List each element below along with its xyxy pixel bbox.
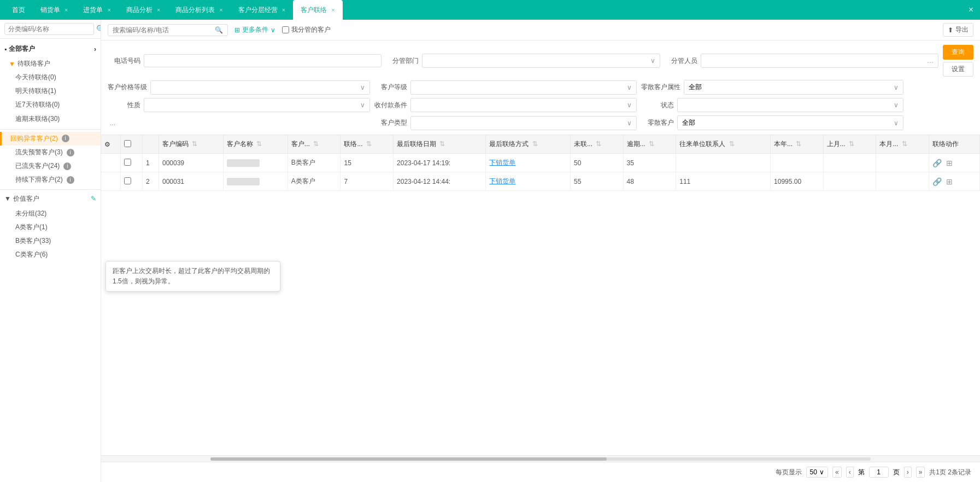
sort-icon-uncontacted[interactable]: ⇅ (596, 140, 601, 148)
nav-item-customer-layer[interactable]: 客户分层经营 × (231, 0, 293, 20)
export-button[interactable]: ⬆ 导出 (943, 23, 973, 37)
sort-icon-type[interactable]: ⇅ (313, 140, 319, 148)
person-select[interactable]: … (701, 54, 938, 68)
sidebar-item-a-class[interactable]: A类客户(1) (0, 220, 101, 234)
customer-type-select[interactable]: ∨ (410, 116, 637, 130)
last-page-btn[interactable]: » (916, 467, 925, 478)
my-customers-checkbox[interactable] (282, 26, 289, 33)
th-contact[interactable]: 联络... ⇅ (341, 135, 394, 154)
sidebar-search-icon[interactable]: 🔍 (96, 25, 101, 33)
cell-checkbox-1[interactable] (121, 154, 143, 172)
next-page-btn[interactable]: › (904, 467, 912, 478)
sidebar-item-b-class[interactable]: B类客户(33) (0, 234, 101, 248)
sort-icon-this-month[interactable]: ⇅ (902, 140, 907, 148)
sidebar-item-churned[interactable]: 已流失客户(24) i (0, 159, 101, 173)
sidebar-item-overdue[interactable]: 逾期未联络(30) (0, 112, 101, 126)
nav-close-product-list[interactable]: × (219, 0, 222, 20)
nav-close-purchase[interactable]: × (107, 0, 110, 20)
sidebar-value-section[interactable]: ▼ 价值客户 ✎ (0, 192, 101, 206)
retail-attr-select[interactable]: 全部 ∨ (684, 80, 903, 95)
nav-item-home[interactable]: 首页 (4, 0, 33, 20)
nav-close-sales[interactable]: × (64, 0, 68, 20)
per-page-select[interactable]: 50 ∨ (806, 467, 828, 478)
th-customer-type[interactable]: 客户... ⇅ (287, 135, 341, 154)
sidebar-item-churn-warning[interactable]: 流失预警客户(3) i (0, 146, 101, 159)
nav-item-product-analysis[interactable]: 商品分析 × (119, 0, 168, 20)
sort-icon-code[interactable]: ⇅ (192, 140, 197, 148)
th-checkbox[interactable] (121, 135, 143, 154)
edit-icon[interactable]: ✎ (91, 195, 96, 202)
sidebar-item-repurchase-anomaly[interactable]: 回购异常客户(2) i (0, 132, 101, 146)
sort-icon-unit-contact[interactable]: ⇅ (729, 140, 735, 148)
cell-method-2[interactable]: 下销货单 (486, 172, 571, 191)
cell-checkbox-2[interactable] (121, 172, 143, 191)
sidebar-item-c-class[interactable]: C类客户(6) (0, 248, 101, 262)
scroll-thumb[interactable] (210, 457, 607, 461)
gender-select[interactable]: ∨ (144, 98, 370, 112)
more-conditions-btn[interactable]: ⊞ 更多条件 ∨ (234, 25, 275, 34)
prev-page-btn[interactable]: ‹ (846, 467, 854, 478)
customer-level-select[interactable]: ∨ (410, 80, 637, 95)
sort-icon-last-month[interactable]: ⇅ (849, 140, 854, 148)
sort-icon-name[interactable]: ⇅ (256, 140, 262, 148)
nav-item-sales[interactable]: 销货单 × (33, 0, 75, 20)
th-last-month[interactable]: 上月... ⇅ (823, 135, 876, 154)
scroll-track[interactable] (210, 457, 871, 461)
price-level-select[interactable]: ∨ (150, 80, 370, 95)
sidebar-item-ungroup[interactable]: 未分组(32) (0, 207, 101, 220)
th-unit-contact[interactable]: 往来单位联系人 ⇅ (676, 135, 771, 154)
th-customer-name[interactable]: 客户名称 ⇅ (223, 135, 287, 154)
page-input[interactable] (869, 467, 889, 478)
dept-select[interactable]: ∨ (422, 54, 660, 68)
retail-customer-select[interactable]: 全部 ∨ (677, 115, 903, 130)
sidebar-all-customers[interactable]: ▪ 全部客户 › (0, 42, 101, 56)
action-grid-icon-1[interactable]: ⊞ (946, 159, 953, 167)
settings-button[interactable]: 设置 (943, 62, 973, 77)
row-checkbox-2[interactable] (124, 177, 131, 184)
sidebar-search-input[interactable] (4, 23, 94, 35)
churn-warning-info-icon[interactable]: i (67, 149, 74, 156)
churned-info-icon[interactable]: i (63, 162, 71, 170)
filter-more-dots[interactable]: ... (108, 119, 118, 127)
th-uncontacted[interactable]: 未联... ⇅ (571, 135, 624, 154)
nav-close-all-button[interactable]: × (969, 5, 973, 15)
my-customers-check[interactable]: 我分管的客户 (282, 25, 331, 34)
sort-icon-this-year[interactable]: ⇅ (796, 140, 801, 148)
sidebar-waiting-title[interactable]: ▼ 待联络客户 (0, 57, 101, 71)
action-link-icon-1[interactable]: 🔗 (932, 159, 942, 167)
repurchase-info-icon[interactable]: i (62, 135, 69, 142)
status-select[interactable]: ∨ (677, 98, 903, 112)
phone-input[interactable] (144, 54, 382, 67)
table-area[interactable]: ⚙ 客户编码 ⇅ 客户名称 ⇅ 客户... ⇅ (101, 135, 980, 455)
nav-close-customer-contact[interactable]: × (331, 0, 335, 20)
nav-close-product-analysis[interactable]: × (157, 0, 160, 20)
th-last-contact-date[interactable]: 最后联络日期 ⇅ (394, 135, 486, 154)
sort-icon-contact[interactable]: ⇅ (366, 140, 372, 148)
nav-item-customer-contact[interactable]: 客户联络 × (293, 0, 342, 20)
cell-method-1[interactable]: 下销货单 (486, 154, 571, 172)
method-link-2[interactable]: 下销货单 (489, 177, 515, 185)
sort-icon-overdue[interactable]: ⇅ (649, 140, 654, 148)
sort-icon-date[interactable]: ⇅ (439, 140, 445, 148)
sidebar-item-7days[interactable]: 近7天待联络(0) (0, 98, 101, 112)
th-overdue[interactable]: 逾期... ⇅ (623, 135, 676, 154)
th-this-year[interactable]: 本年... ⇅ (771, 135, 824, 154)
filter-search-icon[interactable]: 🔍 (215, 26, 223, 34)
first-page-btn[interactable]: « (832, 467, 842, 478)
sidebar-item-today[interactable]: 今天待联络(0) (0, 71, 101, 84)
th-settings[interactable]: ⚙ (101, 135, 121, 154)
action-link-icon-2[interactable]: 🔗 (932, 177, 942, 186)
th-this-month[interactable]: 本月... ⇅ (876, 135, 929, 154)
collapse-icon[interactable]: › (94, 45, 96, 53)
declining-info-icon[interactable]: i (67, 176, 74, 184)
query-button[interactable]: 查询 (943, 45, 973, 60)
sidebar-item-tomorrow[interactable]: 明天待联络(1) (0, 84, 101, 98)
method-link-1[interactable]: 下销货单 (489, 159, 515, 166)
nav-item-product-list[interactable]: 商品分析列表 × (168, 0, 230, 20)
sort-icon-method[interactable]: ⇅ (532, 140, 538, 148)
nav-item-purchase[interactable]: 进货单 × (75, 0, 118, 20)
action-grid-icon-2[interactable]: ⊞ (946, 177, 953, 186)
th-customer-code[interactable]: 客户编码 ⇅ (159, 135, 223, 154)
select-all-checkbox[interactable] (124, 140, 131, 147)
search-input[interactable] (113, 26, 212, 34)
